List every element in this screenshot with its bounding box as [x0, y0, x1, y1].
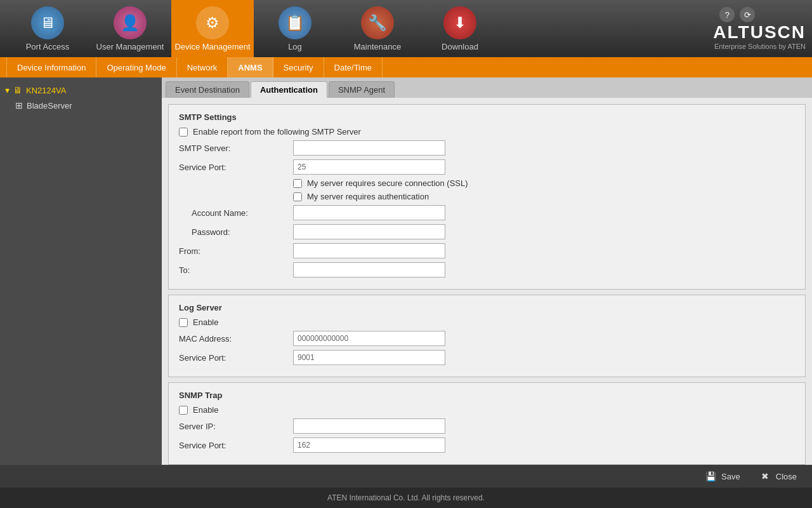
subnav-operating-mode[interactable]: Operating Mode — [96, 57, 176, 77]
snmp-trap-section: SNMP Trap Enable Server IP: Service Port… — [168, 382, 806, 465]
smtp-section-title: SMTP Settings — [179, 112, 795, 122]
log-icon: 📋 — [278, 6, 311, 39]
nav-download[interactable]: ⬇ Download — [419, 0, 501, 57]
mac-address-input[interactable] — [293, 331, 445, 346]
smtp-port-row: Service Port: — [179, 159, 795, 175]
tab-snmp-agent[interactable]: SNMP Agent — [329, 81, 395, 98]
expand-icon: ▾ — [5, 85, 10, 95]
auth-row: My server requires authentication — [179, 192, 795, 201]
to-row: To: — [179, 262, 795, 277]
mac-address-row: MAC Address: — [179, 331, 795, 346]
snmp-port-row: Service Port: — [179, 438, 795, 453]
smtp-server-label: SMTP Server: — [179, 144, 293, 153]
log-port-input[interactable] — [293, 350, 445, 365]
smtp-port-label: Service Port: — [179, 163, 293, 172]
log-server-title: Log Server — [179, 303, 795, 312]
top-nav: 🖥 Port Access 👤 User Management ⚙ Device… — [0, 0, 812, 57]
password-input[interactable] — [293, 224, 445, 239]
nav-log[interactable]: 📋 Log — [254, 0, 336, 57]
snmp-server-ip-input[interactable] — [293, 418, 445, 434]
main-area: ▾ 🖥 KN2124VA ⊞ BladeServer Event Destina… — [0, 77, 812, 465]
brand: ? ⟳ ALTUSCN Enterprise Solutions by ATEN — [713, 7, 806, 50]
subnav-anms[interactable]: ANMS — [228, 57, 273, 77]
user-management-icon: 👤 — [114, 6, 147, 39]
tab-authentication[interactable]: Authentication — [251, 81, 327, 98]
enable-smtp-checkbox[interactable] — [179, 128, 188, 137]
snmp-enable-row: Enable — [179, 405, 795, 415]
password-label: Password: — [179, 227, 293, 237]
account-name-label: Account Name: — [179, 208, 293, 218]
log-port-row: Service Port: — [179, 350, 795, 365]
tabs: Event Destination Authentication SNMP Ag… — [162, 77, 812, 98]
smtp-settings-section: SMTP Settings Enable report from the fol… — [168, 104, 806, 290]
log-enable-checkbox[interactable] — [179, 318, 188, 327]
content-panel: Event Destination Authentication SNMP Ag… — [162, 77, 812, 465]
from-input[interactable] — [293, 243, 445, 258]
download-icon: ⬇ — [443, 6, 476, 39]
to-input[interactable] — [293, 262, 445, 277]
save-button[interactable]: 💾 Save — [698, 467, 745, 486]
subnav-date-time[interactable]: Date/Time — [324, 57, 383, 77]
snmp-port-input[interactable] — [293, 438, 445, 453]
subnav-security[interactable]: Security — [273, 57, 324, 77]
sidebar-item-kn2124va[interactable]: ▾ 🖥 KN2124VA — [0, 83, 162, 98]
close-button[interactable]: ✖ Close — [753, 467, 802, 486]
settings-icon[interactable]: ⟳ — [740, 7, 755, 22]
subnav-network[interactable]: Network — [177, 57, 228, 77]
snmp-port-label: Service Port: — [179, 441, 293, 450]
log-server-section: Log Server Enable MAC Address: Service P… — [168, 295, 806, 377]
sidebar: ▾ 🖥 KN2124VA ⊞ BladeServer — [0, 77, 162, 465]
help-icon[interactable]: ? — [719, 7, 735, 22]
smtp-port-input[interactable] — [293, 159, 445, 175]
password-row: Password: — [179, 224, 795, 239]
snmp-trap-title: SNMP Trap — [179, 391, 795, 400]
account-name-row: Account Name: — [179, 205, 795, 220]
account-name-input[interactable] — [293, 205, 445, 220]
device-management-icon: ⚙ — [196, 6, 229, 39]
top-icons: ? ⟳ — [719, 7, 806, 22]
footer: ATEN International Co. Ltd. All rights r… — [0, 488, 812, 508]
snmp-server-ip-label: Server IP: — [179, 422, 293, 431]
snmp-server-ip-row: Server IP: — [179, 418, 795, 434]
snmp-enable-checkbox[interactable] — [179, 406, 188, 415]
smtp-server-input[interactable] — [293, 140, 445, 156]
subnav-device-info[interactable]: Device Information — [6, 57, 96, 77]
port-access-icon: 🖥 — [31, 6, 64, 39]
smtp-server-row: SMTP Server: — [179, 140, 795, 156]
close-icon: ✖ — [758, 469, 772, 483]
log-port-label: Service Port: — [179, 353, 293, 363]
sub-nav: Device Information Operating Mode Networ… — [0, 57, 812, 77]
scroll-container[interactable]: SMTP Settings Enable report from the fol… — [162, 98, 812, 465]
log-enable-row: Enable — [179, 318, 795, 327]
enable-smtp-row: Enable report from the following SMTP Se… — [179, 127, 795, 137]
device-small-icon: 🖥 — [13, 85, 22, 95]
mac-address-label: MAC Address: — [179, 334, 293, 344]
maintenance-icon: 🔧 — [361, 6, 394, 39]
blade-icon: ⊞ — [15, 100, 23, 110]
auth-checkbox[interactable] — [293, 192, 302, 201]
to-label: To: — [179, 265, 293, 275]
nav-device-management[interactable]: ⚙ Device Management — [171, 0, 254, 57]
bottom-bar: 💾 Save ✖ Close — [0, 465, 812, 488]
nav-user-management[interactable]: 👤 User Management — [89, 0, 171, 57]
sidebar-item-bladeserver[interactable]: ⊞ BladeServer — [0, 98, 162, 113]
tab-event-destination[interactable]: Event Destination — [166, 81, 249, 98]
save-icon: 💾 — [704, 469, 717, 483]
from-row: From: — [179, 243, 795, 258]
ssl-checkbox[interactable] — [293, 179, 302, 188]
from-label: From: — [179, 246, 293, 256]
nav-port-access[interactable]: 🖥 Port Access — [6, 0, 89, 57]
ssl-row: My server requires secure connection (SS… — [179, 178, 795, 188]
nav-maintenance[interactable]: 🔧 Maintenance — [336, 0, 419, 57]
